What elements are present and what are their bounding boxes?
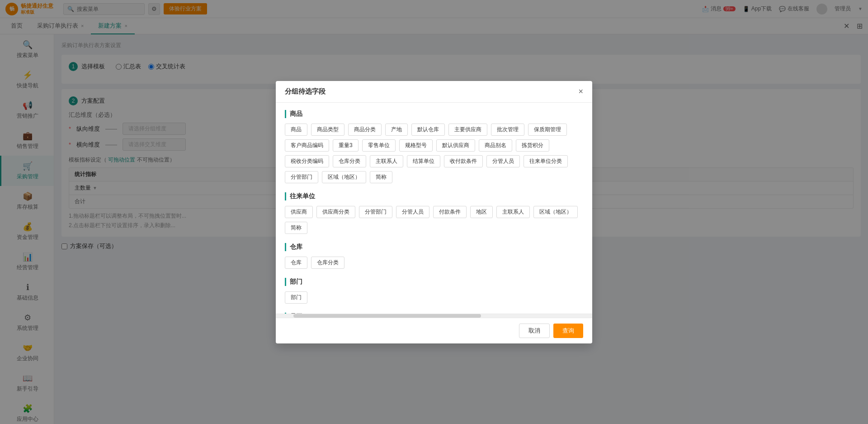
- field-tag-0-6[interactable]: 批次管理: [491, 124, 524, 136]
- field-tag-1-1[interactable]: 供应商分类: [316, 206, 355, 218]
- field-tag-2-0[interactable]: 仓库: [285, 257, 307, 269]
- field-group-title-2: 仓库: [285, 243, 583, 251]
- field-tag-0-12[interactable]: 默认供应商: [436, 139, 475, 152]
- field-tag-0-13[interactable]: 商品别名: [479, 139, 512, 152]
- field-tag-1-6[interactable]: 主联系人: [496, 206, 530, 218]
- field-tag-0-5[interactable]: 主要供应商: [448, 124, 487, 136]
- field-tags-2: 仓库仓库分类: [285, 257, 583, 269]
- field-tag-0-14[interactable]: 拣货积分: [516, 139, 549, 152]
- field-tag-0-10[interactable]: 零售单位: [362, 139, 396, 152]
- field-tag-1-3[interactable]: 分管人员: [396, 206, 429, 218]
- modal-footer: 取消 查询: [276, 318, 592, 343]
- field-tag-2-1[interactable]: 仓库分类: [311, 257, 344, 269]
- hscroll-thumb: [293, 314, 481, 318]
- modal-title: 分组待选字段: [285, 87, 326, 96]
- field-tag-0-1[interactable]: 商品类型: [311, 124, 344, 136]
- field-tag-0-3[interactable]: 产地: [385, 124, 408, 136]
- modal-hscrollbar[interactable]: [276, 314, 592, 318]
- field-group-0: 商品商品商品类型商品分类产地默认仓库主要供应商批次管理保质期管理客户商品编码重量…: [285, 110, 583, 183]
- cancel-button[interactable]: 取消: [519, 324, 550, 338]
- modal-overlay: 分组待选字段 × 商品商品商品类型商品分类产地默认仓库主要供应商批次管理保质期管…: [0, 0, 868, 424]
- field-tag-0-7[interactable]: 保质期管理: [528, 124, 567, 136]
- field-tags-0: 商品商品类型商品分类产地默认仓库主要供应商批次管理保质期管理客户商品编码重量3零…: [285, 124, 583, 183]
- confirm-button[interactable]: 查询: [553, 324, 583, 338]
- field-tag-0-18[interactable]: 结算单位: [407, 155, 440, 167]
- field-tag-1-2[interactable]: 分管部门: [359, 206, 392, 218]
- field-tag-0-9[interactable]: 重量3: [333, 139, 359, 152]
- field-tag-0-16[interactable]: 仓库分类: [333, 155, 366, 167]
- field-group-2: 仓库仓库仓库分类: [285, 243, 583, 269]
- field-tag-0-19[interactable]: 收付款条件: [444, 155, 483, 167]
- field-group-title-0: 商品: [285, 110, 583, 118]
- field-group-1: 往来单位供应商供应商分类分管部门分管人员付款条件地区主联系人区域（地区）简称: [285, 192, 583, 234]
- field-tags-1: 供应商供应商分类分管部门分管人员付款条件地区主联系人区域（地区）简称: [285, 206, 583, 234]
- modal-close-button[interactable]: ×: [578, 87, 583, 95]
- field-tag-3-0[interactable]: 部门: [285, 291, 307, 304]
- modal: 分组待选字段 × 商品商品商品类型商品分类产地默认仓库主要供应商批次管理保质期管…: [276, 81, 592, 343]
- field-tag-0-22[interactable]: 分管部门: [285, 171, 318, 183]
- field-tag-0-21[interactable]: 往来单位分类: [524, 155, 568, 167]
- field-tag-0-15[interactable]: 税收分类编码: [285, 155, 329, 167]
- modal-body: 商品商品商品类型商品分类产地默认仓库主要供应商批次管理保质期管理客户商品编码重量…: [276, 103, 592, 314]
- field-group-title-1: 往来单位: [285, 192, 583, 200]
- field-tag-0-0[interactable]: 商品: [285, 124, 307, 136]
- field-group-3: 部门部门: [285, 278, 583, 304]
- field-tag-0-8[interactable]: 客户商品编码: [285, 139, 329, 152]
- field-tag-0-4[interactable]: 默认仓库: [411, 124, 445, 136]
- field-tag-0-11[interactable]: 规格型号: [399, 139, 433, 152]
- field-tag-0-17[interactable]: 主联系人: [370, 155, 403, 167]
- field-tag-1-7[interactable]: 区域（地区）: [533, 206, 578, 218]
- field-tag-0-20[interactable]: 分管人员: [486, 155, 520, 167]
- field-tags-3: 部门: [285, 291, 583, 304]
- field-tag-0-2[interactable]: 商品分类: [348, 124, 382, 136]
- field-tag-0-24[interactable]: 简称: [370, 171, 392, 183]
- field-tag-1-0[interactable]: 供应商: [285, 206, 313, 218]
- field-tag-1-8[interactable]: 简称: [285, 222, 307, 234]
- field-group-title-3: 部门: [285, 278, 583, 286]
- field-tag-1-5[interactable]: 地区: [470, 206, 493, 218]
- field-tag-1-4[interactable]: 付款条件: [433, 206, 467, 218]
- field-tag-0-23[interactable]: 区域（地区）: [322, 171, 366, 183]
- modal-header: 分组待选字段 ×: [276, 81, 592, 103]
